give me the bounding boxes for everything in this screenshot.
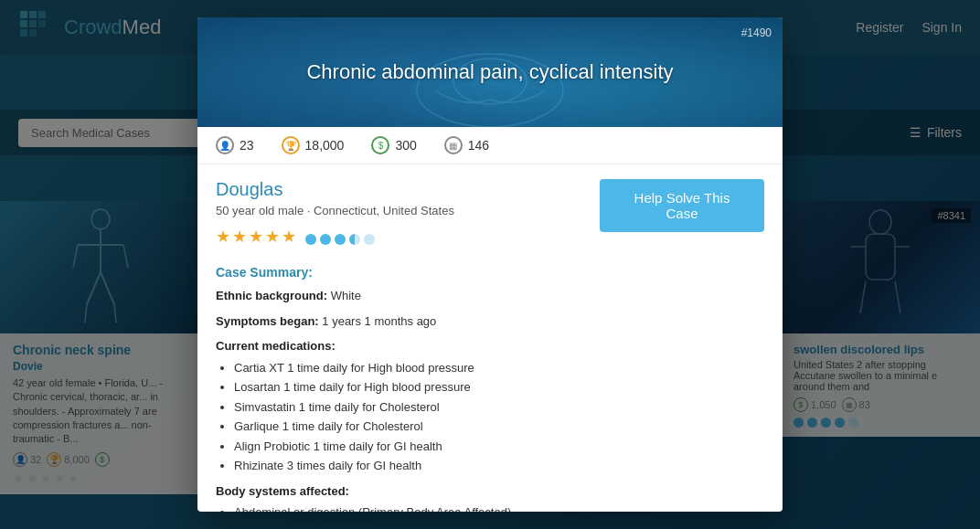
patient-dots (305, 234, 375, 245)
stat-reward: $ 300 (371, 136, 416, 154)
stat-answers: ▦ 146 (444, 136, 489, 154)
list-item: Simvastatin 1 time daily for Cholesterol (234, 398, 581, 417)
followers-icon: 👤 (216, 136, 234, 154)
patient-stars: ★★★★★ (216, 227, 296, 247)
modal: #1490 Chronic abdominal pain, cyclical i… (197, 17, 783, 512)
medications-row: Current medications: Cartia XT 1 time da… (216, 337, 581, 475)
body-systems-row: Body systems affected: Abdominal or dige… (216, 482, 581, 513)
grid-icon: ▦ (444, 136, 463, 154)
patient-name: Douglas (216, 179, 581, 200)
list-item: Garlique 1 time daily for Cholesterol (234, 418, 581, 436)
patient-info: 50 year old male · Connecticut, United S… (216, 204, 581, 217)
list-item: Abdominal or digestion (Primary Body Are… (234, 503, 581, 512)
help-solve-button[interactable]: Help Solve This Case (600, 179, 764, 232)
list-item: Cartia XT 1 time daily for High blood pr… (234, 359, 581, 377)
modal-case-number: #1490 (741, 26, 772, 39)
body-systems-list: Abdominal or digestion (Primary Body Are… (216, 503, 581, 512)
dollar-icon: $ (371, 136, 389, 154)
medications-list: Cartia XT 1 time daily for High blood pr… (216, 359, 581, 475)
trophy-icon: 🏆 (282, 136, 300, 154)
stats-bar: 👤 23 🏆 18,000 $ 300 ▦ 146 (197, 127, 783, 164)
modal-right: Help Solve This Case (600, 179, 764, 497)
modal-left: Douglas 50 year old male · Connecticut, … (216, 179, 581, 497)
ethnic-row: Ethnic background: White (216, 287, 581, 305)
list-item: Rhizinate 3 times daily for GI health (234, 457, 581, 475)
stat-prize: 🏆 18,000 (282, 136, 345, 154)
modal-overlay: #1490 Chronic abdominal pain, cyclical i… (0, 0, 980, 529)
modal-hero: #1490 Chronic abdominal pain, cyclical i… (197, 17, 783, 127)
section-title: Case Summary: (216, 265, 581, 280)
case-summary-section: Case Summary: Ethnic background: White S… (216, 265, 581, 512)
symptoms-row: Symptoms began: 1 years 1 months ago (216, 312, 581, 331)
modal-body: Douglas 50 year old male · Connecticut, … (197, 164, 783, 512)
modal-hero-title: Chronic abdominal pain, cyclical intensi… (306, 60, 673, 84)
list-item: Align Probiotic 1 time daily for GI heal… (234, 438, 581, 456)
list-item: Losartan 1 time daily for High blood pre… (234, 378, 581, 397)
stat-followers: 👤 23 (216, 136, 254, 154)
